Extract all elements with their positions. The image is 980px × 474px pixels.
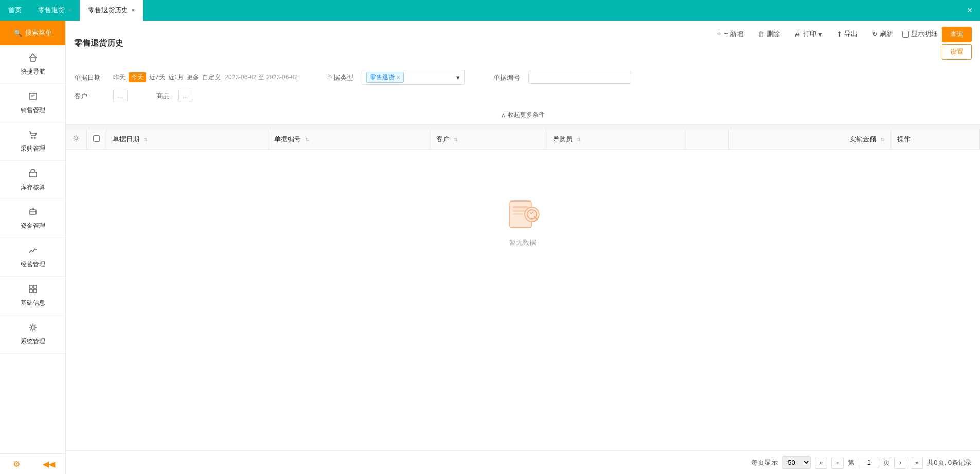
main-layout: 🔍 搜索菜单 快捷导航 销售管理 采购管理 库存核算 <box>0 21 980 474</box>
delete-label: 删除 <box>767 29 780 39</box>
svg-rect-14 <box>513 206 528 208</box>
th-date[interactable]: 单据日期 ⇅ <box>106 129 268 150</box>
sidebar-item-basic-info[interactable]: 基础信息 <box>0 277 65 315</box>
sidebar-inventory-label: 库存核算 <box>21 183 45 192</box>
next-page-button[interactable]: › <box>894 457 906 469</box>
sidebar-item-quick-nav[interactable]: 快捷导航 <box>0 45 65 84</box>
date-filter-label: 单据日期 <box>74 73 105 82</box>
date-link-custom[interactable]: 自定义 <box>202 73 221 82</box>
display-checkbox[interactable] <box>902 31 909 38</box>
svg-rect-4 <box>29 172 37 177</box>
date-link-yesterday[interactable]: 昨天 <box>113 73 126 82</box>
svg-point-11 <box>31 326 34 329</box>
export-label: 导出 <box>844 29 858 39</box>
svg-point-2 <box>31 137 32 138</box>
sidebar-operations-label: 经营管理 <box>21 260 45 269</box>
voucher-type-tag-close[interactable]: × <box>397 74 400 81</box>
customer-filter-label: 客户 <box>74 92 105 101</box>
tab-list: 首页 零售退货 × 零售退货历史 × <box>0 0 959 21</box>
collapse-button[interactable]: ∧ 收起更多条件 <box>74 107 972 124</box>
sidebar-item-system[interactable]: 系统管理 <box>0 315 65 354</box>
voucher-type-dropdown-icon: ▾ <box>456 74 460 81</box>
voucher-type-tag-label: 零售退货 <box>370 73 395 82</box>
svg-point-6 <box>32 208 33 210</box>
svg-rect-9 <box>29 289 32 293</box>
filter-row-date: 单据日期 昨天 今天 近7天 近1月 更多 自定义 2023-06-02 至 2… <box>74 70 972 85</box>
prev-page-button[interactable]: ‹ <box>831 457 844 469</box>
empty-area: 暂无数据 <box>66 150 980 288</box>
sidebar-item-finance[interactable]: 资金管理 <box>0 199 65 238</box>
data-table: 单据日期 ⇅ 单据编号 ⇅ 客户 ⇅ 导购员 ⇅ <box>66 129 980 288</box>
th-guide-sort: ⇅ <box>577 137 581 142</box>
display-toggle[interactable]: 显示明细 <box>902 29 938 39</box>
date-link-today[interactable]: 今天 <box>129 72 146 82</box>
per-page-label: 每页显示 <box>751 458 778 467</box>
sidebar-item-inventory[interactable]: 库存核算 <box>0 161 65 199</box>
operations-icon <box>28 245 38 258</box>
tab-retail-return-history-close[interactable]: × <box>131 7 135 14</box>
new-button[interactable]: ＋ + 新增 <box>710 27 749 41</box>
export-button[interactable]: ⬆ 导出 <box>831 27 863 41</box>
empty-illustration <box>502 191 543 232</box>
delete-icon: 🗑 <box>758 30 764 38</box>
th-customer-label: 客户 <box>436 135 450 143</box>
tab-retail-return-label: 零售退货 <box>38 6 65 15</box>
first-page-button[interactable]: « <box>815 457 827 469</box>
date-link-7days[interactable]: 近7天 <box>149 73 165 82</box>
tab-retail-return[interactable]: 零售退货 × <box>30 0 80 21</box>
voucher-no-label: 单据编号 <box>493 73 520 82</box>
last-page-button[interactable]: » <box>911 457 923 469</box>
sidebar-item-sales[interactable]: 销售管理 <box>0 84 65 122</box>
print-button[interactable]: 🖨 打印 ▾ <box>789 27 827 41</box>
svg-rect-0 <box>30 58 35 61</box>
display-label: 显示明细 <box>911 29 938 39</box>
sidebar-search[interactable]: 🔍 搜索菜单 <box>0 21 65 45</box>
select-all-checkbox[interactable] <box>93 135 100 142</box>
new-label: + 新增 <box>724 29 743 39</box>
per-page-select[interactable]: 50 10 20 100 <box>782 456 811 469</box>
date-link-1month[interactable]: 近1月 <box>168 73 184 82</box>
voucher-type-select[interactable]: 零售退货 × ▾ <box>362 70 465 85</box>
tab-home-label: 首页 <box>8 6 22 15</box>
sidebar-settings-button[interactable]: ⚙ <box>0 454 33 474</box>
window-close-button[interactable]: × <box>959 0 980 21</box>
page-unit: 页 <box>883 458 890 467</box>
th-amount[interactable]: 实销金额 ⇅ <box>729 129 890 150</box>
page-input[interactable] <box>859 457 879 468</box>
th-settings[interactable] <box>66 129 87 150</box>
setting-button[interactable]: 设置 <box>942 44 972 60</box>
print-dropdown-icon: ▾ <box>818 30 822 38</box>
th-guide[interactable]: 导购员 ⇅ <box>546 129 685 150</box>
page-title: 零售退货历史 <box>74 38 123 49</box>
th-guide-label: 导购员 <box>553 135 573 143</box>
sidebar-speaker-button[interactable]: ◀◀ <box>33 454 66 474</box>
voucher-type-label: 单据类型 <box>327 73 353 82</box>
tab-retail-return-history[interactable]: 零售退货历史 × <box>80 0 143 21</box>
th-date-sort: ⇅ <box>144 137 148 142</box>
tab-retail-return-close[interactable]: × <box>68 7 72 14</box>
voucher-no-input[interactable] <box>528 71 631 84</box>
th-customer[interactable]: 客户 ⇅ <box>430 129 546 150</box>
search-icon: 🔍 <box>14 29 22 37</box>
delete-button[interactable]: 🗑 删除 <box>753 27 785 41</box>
th-no[interactable]: 单据编号 ⇅ <box>268 129 430 150</box>
sidebar-item-purchase[interactable]: 采购管理 <box>0 122 65 161</box>
tab-home[interactable]: 首页 <box>0 0 30 21</box>
sidebar-item-operations[interactable]: 经营管理 <box>0 238 65 277</box>
goods-input[interactable]: ... <box>178 90 192 102</box>
table-container: 单据日期 ⇅ 单据编号 ⇅ 客户 ⇅ 导购员 ⇅ <box>66 129 980 450</box>
query-button[interactable]: 查询 <box>942 27 972 42</box>
th-checkbox[interactable] <box>87 129 106 150</box>
th-date-label: 单据日期 <box>113 135 139 143</box>
date-link-more[interactable]: 更多 <box>187 73 199 82</box>
customer-input[interactable]: ... <box>113 90 128 102</box>
th-customer-sort: ⇅ <box>454 137 458 142</box>
th-amount-sort: ⇅ <box>880 137 884 142</box>
inventory-icon <box>28 168 38 181</box>
sidebar-finance-label: 资金管理 <box>21 222 45 230</box>
th-no-label: 单据编号 <box>274 135 301 143</box>
refresh-button[interactable]: ↻ 刷新 <box>867 27 898 41</box>
filter-row-customer: 客户 ... 商品 ... <box>74 90 972 102</box>
sales-icon <box>28 91 38 104</box>
empty-text: 暂无数据 <box>509 238 536 247</box>
